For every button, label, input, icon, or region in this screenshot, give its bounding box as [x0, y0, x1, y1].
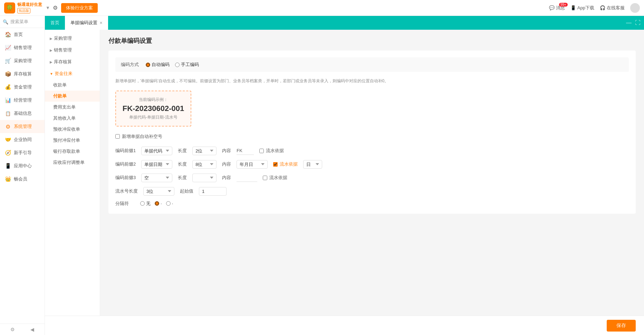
radio-manual[interactable]: 手工编码 — [175, 62, 199, 68]
prefix1-serial-checkbox[interactable]: 流水依据 — [259, 148, 284, 154]
search-menu[interactable]: 🔍 搜索菜单 — [0, 16, 45, 28]
sidebar-item-inventory[interactable]: 📦 库存核算 — [0, 67, 45, 81]
sidebar-item-purchase[interactable]: 🛒 采购管理 — [0, 54, 45, 67]
start-value-label: 起始值 — [180, 188, 193, 194]
prefix2-length-select[interactable]: 8位 — [192, 160, 217, 169]
prefix3-content-input[interactable] — [237, 174, 257, 182]
sidebar-item-basic[interactable]: 📋 基础信息 — [0, 107, 45, 120]
sidebar-label-operation: 经营管理 — [14, 97, 32, 103]
sidebar: 🔍 搜索菜单 🏠 首页 📈 销售管理 🛒 采购管理 📦 库存核算 💰 — [0, 16, 45, 335]
sidebar-item-home[interactable]: 🏠 首页 — [0, 28, 45, 41]
tab-minimize-button[interactable]: — — [626, 20, 632, 26]
user-avatar[interactable] — [630, 3, 640, 13]
sep-dot1-input[interactable] — [155, 201, 159, 206]
sep-dot1-label: · — [161, 201, 162, 206]
prefix1-content-input[interactable] — [237, 147, 254, 155]
prefix3-serial-input[interactable] — [263, 176, 267, 180]
sep-dot2-input[interactable] — [166, 201, 171, 206]
prefix2-length-label: 长度 — [178, 161, 187, 167]
menu-group-finance: ▼ 资金往来 收款单 付款单 费用支出单 其他收入单 预收冲应收单 预付冲应付单… — [45, 68, 100, 168]
chevron-right-icon: ▶ — [50, 37, 52, 40]
tab-home[interactable]: 首页 — [45, 16, 65, 30]
settings-icon[interactable]: ⚙ — [53, 4, 58, 11]
save-button[interactable]: 保存 — [607, 320, 636, 332]
menu-group-label-purchase: 采购管理 — [54, 35, 72, 41]
radio-auto[interactable]: 自动编码 — [146, 62, 170, 68]
menu-item-expense[interactable]: 费用支出单 — [45, 102, 100, 113]
apps-icon: 📱 — [5, 163, 11, 169]
prefix1-serial-input[interactable] — [259, 149, 264, 153]
tab-close-icon[interactable]: ✕ — [99, 21, 103, 25]
menu-item-receipt[interactable]: 收款单 — [45, 80, 100, 91]
code-preview-label: 当前编码示例： — [122, 97, 185, 103]
sep-dot1[interactable]: · — [155, 201, 162, 206]
encoding-radio-group: 自动编码 手工编码 — [146, 62, 199, 68]
sidebar-item-sales[interactable]: 📈 销售管理 — [0, 41, 45, 54]
menu-item-payment[interactable]: 付款单 — [45, 91, 100, 102]
prefix2-serial-input[interactable] — [273, 162, 278, 167]
online-service[interactable]: 🎧 在线客服 — [600, 5, 625, 11]
prefix1-length-select[interactable]: 2位 — [192, 147, 217, 155]
sidebar-label-purchase: 采购管理 — [14, 58, 32, 64]
auto-fill-checkbox[interactable]: 新增单据自动补空号 — [115, 133, 162, 140]
menu-group-title-finance[interactable]: ▼ 资金往来 — [45, 68, 100, 80]
sidebar-item-operation[interactable]: 📊 经营管理 — [0, 94, 45, 107]
prefix-row-3: 编码前缀3 空 长度 内容 流水依据 — [115, 174, 629, 182]
menu-group-title-inventory[interactable]: ▶ 库存核算 — [45, 56, 100, 68]
prefix1-select[interactable]: 单据代码 — [141, 147, 172, 155]
auto-fill-row: 新增单据自动补空号 — [115, 133, 629, 140]
sidebar-item-apps[interactable]: 📱 应用中心 — [0, 159, 45, 173]
prefix3-length-select[interactable] — [192, 174, 217, 182]
sidebar-item-finance[interactable]: 💰 资金管理 — [0, 81, 45, 94]
menu-group-label-sales: 销售管理 — [54, 47, 72, 53]
main-content: 付款单编码设置 编码方式 自动编码 手工编码 — [100, 30, 644, 316]
menu-group-title-purchase[interactable]: ▶ 采购管理 — [45, 32, 100, 44]
menu-item-prepayment-recv[interactable]: 预收冲应收单 — [45, 124, 100, 135]
trial-button[interactable]: 体验行业方案 — [61, 3, 98, 13]
menu-item-other-income[interactable]: 其他收入单 — [45, 113, 100, 124]
logo-icon: 🍀 — [4, 2, 15, 13]
sidebar-item-guide[interactable]: 🧭 新手引导 — [0, 146, 45, 159]
prefix3-serial-checkbox[interactable]: 流水依据 — [263, 175, 287, 181]
sidebar-item-enterprise[interactable]: 🤝 企业协同 — [0, 133, 45, 146]
prefix2-select[interactable]: 单据日期 — [141, 160, 172, 169]
auto-fill-input[interactable] — [115, 134, 120, 139]
sidebar-item-member[interactable]: 👑 畅会员 — [0, 173, 45, 186]
menu-group-label-inventory: 库存核算 — [54, 59, 72, 65]
prefix2-content-select[interactable]: 年月日 — [237, 160, 268, 169]
tab-maximize-button[interactable]: ⛶ — [635, 20, 641, 26]
dropdown-arrow-icon[interactable]: ▼ — [46, 5, 50, 10]
logo-area: 🍀 畅通道好生意 拓品版 — [4, 2, 42, 14]
tab-encoding-settings[interactable]: 单据编码设置 ✕ — [65, 16, 108, 30]
prefix3-length-label: 长度 — [178, 175, 187, 181]
prefix3-serial-label: 流水依据 — [269, 175, 287, 181]
prefix3-content-label: 内容 — [222, 175, 231, 181]
start-value-input[interactable] — [199, 187, 227, 196]
tab-home-label: 首页 — [50, 20, 59, 26]
radio-manual-input[interactable] — [175, 63, 180, 67]
sep-none-input[interactable] — [140, 201, 145, 206]
prefix2-serial-checkbox[interactable]: 流水依据 — [273, 161, 298, 167]
menu-item-prepayment-pay[interactable]: 预付冲应付单 — [45, 135, 100, 146]
sidebar-collapse-icon[interactable]: ◀ — [30, 327, 34, 332]
menu-item-adjustment[interactable]: 应收应付调整单 — [45, 157, 100, 168]
sidebar-settings-icon[interactable]: ⚙ — [10, 327, 15, 332]
encoding-method-row: 编码方式 自动编码 手工编码 — [115, 57, 629, 72]
sidebar-item-system[interactable]: ⚙ 系统管理 — [0, 120, 45, 133]
sep-dot2[interactable]: · — [166, 201, 173, 206]
sep-none[interactable]: 无 — [140, 201, 151, 207]
prefix1-length-label: 长度 — [178, 148, 187, 154]
sep-dot2-label: · — [172, 201, 173, 206]
sidebar-label-finance: 资金管理 — [14, 84, 32, 90]
prefix3-select[interactable]: 空 — [141, 174, 172, 182]
sidebar-label-guide: 新手引导 — [14, 150, 32, 156]
prefix2-unit-select[interactable]: 日 — [303, 160, 322, 169]
radio-auto-input[interactable] — [146, 63, 150, 67]
serial-length-select[interactable]: 3位 — [143, 187, 174, 196]
message-area[interactable]: 💬 消息 99+ — [549, 5, 565, 11]
menu-item-bank[interactable]: 银行存取款单 — [45, 146, 100, 157]
radio-auto-label: 自动编码 — [152, 62, 170, 68]
app-download[interactable]: 📱 App下载 — [570, 5, 594, 11]
menu-group-title-sales[interactable]: ▶ 销售管理 — [45, 44, 100, 56]
member-icon: 👑 — [5, 176, 11, 182]
